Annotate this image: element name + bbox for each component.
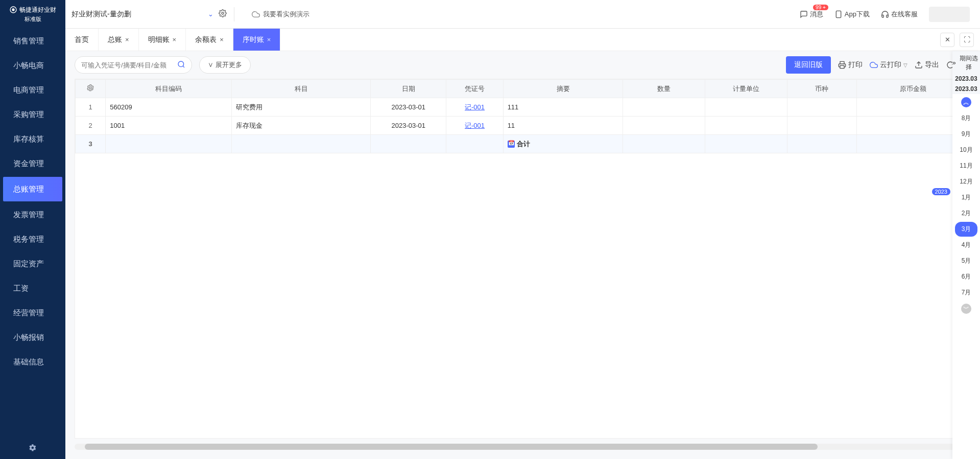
sidebar-item-1[interactable]: 小畅电商	[0, 53, 65, 78]
col-summary[interactable]: 摘要	[503, 80, 623, 98]
close-tab-button[interactable]: ✕	[940, 33, 954, 47]
sidebar-item-8[interactable]: 税务管理	[0, 227, 65, 251]
period-month[interactable]: 12月	[955, 174, 977, 189]
svg-point-5	[178, 61, 184, 67]
sidebar-item-3[interactable]: 采购管理	[0, 102, 65, 127]
sidebar-item-4[interactable]: 库存核算	[0, 127, 65, 151]
table-row[interactable]: 1560209研究费用2023-03-01记-001111	[76, 98, 970, 117]
cell-code: 560209	[106, 98, 232, 117]
sidebar-item-9[interactable]: 固定资产	[0, 251, 65, 276]
scrollbar-thumb[interactable]	[85, 444, 818, 450]
app-header: 畅捷通好业财 标准版 好业财测试-量勿删 ⌄ 我要看实例演示 消息 99 + A…	[0, 0, 980, 29]
col-code[interactable]: 科目编码	[106, 80, 232, 98]
col-date[interactable]: 日期	[371, 80, 446, 98]
headset-icon	[881, 10, 889, 18]
sidebar-item-0[interactable]: 销售管理	[0, 29, 65, 53]
messages-button[interactable]: 消息 99 +	[800, 10, 823, 19]
message-icon	[800, 10, 808, 18]
settings-icon[interactable]	[219, 9, 227, 19]
tab-close-icon[interactable]: ×	[125, 36, 129, 43]
column-config-header[interactable]	[76, 80, 106, 98]
period-month[interactable]: 4月	[955, 238, 977, 253]
print-button[interactable]: 打印	[838, 60, 863, 70]
period-month[interactable]: 10月	[955, 143, 977, 157]
table-total-row: 3合计	[76, 135, 970, 153]
search-box[interactable]	[75, 56, 192, 74]
period-month[interactable]: 1月	[955, 190, 977, 205]
brand-name: 畅捷通好业财	[19, 6, 56, 14]
col-currency[interactable]: 币种	[787, 80, 856, 98]
sidebar-item-11[interactable]: 经营管理	[0, 301, 65, 325]
support-button[interactable]: 在线客服	[881, 10, 918, 19]
period-month[interactable]: 2月	[955, 206, 977, 221]
collapse-icon: »	[952, 59, 956, 66]
period-down-button[interactable]: ︾	[961, 304, 971, 314]
app-download-button[interactable]: App下载	[834, 10, 870, 19]
main-area: 首页总账×明细账×余额表×序时账× ✕ ⛶ ∨ 展开更多 退回旧版 打印	[65, 29, 980, 459]
period-month[interactable]: 9月	[955, 127, 977, 142]
expand-more-button[interactable]: ∨ 展开更多	[199, 56, 251, 74]
sidebar-settings-button[interactable]	[0, 437, 65, 459]
period-range-from[interactable]: 2023.03	[952, 74, 980, 84]
phone-icon	[834, 10, 843, 18]
period-panel: » 期间选择 2023.03 2023.03 ︽ 8月9月10月11月12月1月…	[952, 51, 980, 459]
row-index: 1	[76, 98, 106, 117]
sidebar-item-10[interactable]: 工资	[0, 276, 65, 301]
svg-point-2	[222, 12, 224, 14]
tab-4[interactable]: 序时账×	[233, 29, 281, 51]
col-subject[interactable]: 科目	[232, 80, 371, 98]
col-unit[interactable]: 计量单位	[705, 80, 787, 98]
tab-close-icon[interactable]: ×	[267, 36, 271, 43]
company-selector[interactable]: 好业财测试-量勿删 ⌄	[71, 9, 227, 19]
svg-rect-3	[836, 11, 841, 17]
sidebar-item-7[interactable]: 发票管理	[0, 202, 65, 227]
svg-rect-7	[840, 65, 844, 68]
col-qty[interactable]: 数量	[623, 80, 705, 98]
tab-0[interactable]: 首页	[65, 29, 99, 51]
cell-subject: 库存现金	[232, 117, 371, 135]
cell-date: 2023-03-01	[371, 98, 446, 117]
col-voucher[interactable]: 凭证号	[446, 80, 503, 98]
search-icon[interactable]	[177, 60, 185, 70]
tab-close-icon[interactable]: ×	[220, 36, 224, 43]
cell-voucher: 记-001	[446, 117, 503, 135]
chevron-down-icon: ⌄	[208, 10, 213, 18]
sidebar-item-2[interactable]: 电商管理	[0, 78, 65, 102]
table-row[interactable]: 21001库存现金2023-03-01记-00111	[76, 117, 970, 135]
period-month[interactable]: 11月	[955, 158, 977, 173]
period-range-to[interactable]: 2023.03	[952, 84, 980, 94]
brand-block: 畅捷通好业财 标准版	[0, 0, 65, 29]
svg-point-1	[12, 9, 14, 11]
tab-close-icon[interactable]: ×	[173, 36, 177, 43]
period-month[interactable]: 6月	[955, 269, 977, 284]
period-panel-title[interactable]: » 期间选择	[952, 51, 980, 74]
svg-line-6	[183, 66, 184, 67]
search-input[interactable]	[81, 61, 177, 69]
period-month[interactable]: 7月	[955, 285, 977, 300]
period-month[interactable]: 5月	[955, 254, 977, 268]
sidebar-item-13[interactable]: 基础信息	[0, 350, 65, 374]
total-icon	[508, 141, 515, 148]
tab-3[interactable]: 余额表×	[186, 29, 233, 51]
user-avatar[interactable]	[929, 7, 970, 22]
sidebar-item-5[interactable]: 资金管理	[0, 151, 65, 176]
cell-date: 2023-03-01	[371, 117, 446, 135]
demo-link[interactable]: 我要看实例演示	[252, 10, 309, 19]
logo-icon	[9, 6, 17, 14]
cell-subject: 研究费用	[232, 98, 371, 117]
voucher-link[interactable]: 记-001	[465, 122, 485, 129]
voucher-link[interactable]: 记-001	[465, 103, 485, 111]
fullscreen-button[interactable]: ⛶	[960, 33, 974, 47]
period-month[interactable]: 3月	[955, 222, 977, 237]
cloud-print-button[interactable]: 云打印▽	[870, 60, 907, 70]
sidebar-item-6[interactable]: 总账管理	[3, 177, 62, 201]
horizontal-scrollbar[interactable]	[75, 444, 971, 450]
tab-1[interactable]: 总账×	[99, 29, 139, 51]
cell-summary: 111	[503, 98, 623, 117]
period-up-button[interactable]: ︽	[961, 97, 971, 107]
sidebar-item-12[interactable]: 小畅报销	[0, 325, 65, 350]
export-button[interactable]: 导出	[915, 60, 939, 70]
tab-2[interactable]: 明细账×	[139, 29, 186, 51]
period-month[interactable]: 8月	[955, 111, 977, 126]
back-to-old-button[interactable]: 退回旧版	[786, 56, 831, 74]
